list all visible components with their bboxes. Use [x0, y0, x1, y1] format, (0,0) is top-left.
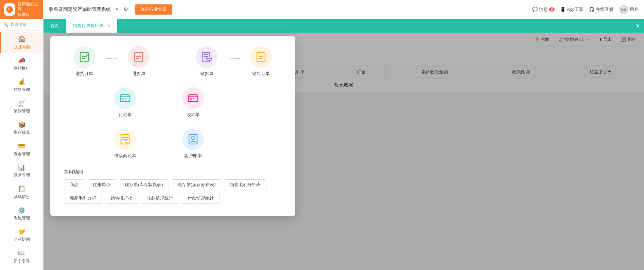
- user-btn[interactable]: Ea 用户: [619, 5, 639, 14]
- sidebar-item-inventory[interactable]: 📦 库存核算: [0, 118, 43, 139]
- logo-area: 6 畅康通好生意 标准版: [0, 0, 43, 19]
- operation-icon: 📊: [18, 164, 25, 171]
- arrow-down-2: ↓: [192, 80, 195, 87]
- message-btn[interactable]: 💬 消息 6: [532, 6, 555, 13]
- sidebar-item-quick[interactable]: 🏠 快捷导航: [0, 32, 43, 53]
- common-title: 常用功能: [64, 169, 281, 175]
- purchase-bill-label: 进货单: [132, 71, 145, 77]
- system-title: 装备及固定资产辅助管理系统: [49, 6, 111, 13]
- customer-account-circle: [182, 128, 204, 150]
- flow-item-receipt[interactable]: ¥ 收款单: [173, 87, 213, 118]
- tab-sales-exec[interactable]: 销售订单执行表 ✕: [66, 19, 117, 33]
- common-btn[interactable]: 商品毛利分析: [64, 193, 102, 204]
- service-icon: 🎧: [589, 7, 594, 12]
- sidebar-item-system[interactable]: ⚙️ 系统管理: [0, 203, 43, 224]
- enterprise-icon: 🤝: [18, 228, 25, 235]
- flow-item-supplier-account[interactable]: 供应商账本: [105, 128, 145, 159]
- common-btn[interactable]: 付款情况统计: [182, 193, 220, 204]
- svg-rect-26: [190, 98, 192, 100]
- message-badge: 6: [549, 7, 555, 12]
- flow-row-3: 供应商账本 客户账本: [64, 128, 281, 159]
- payment-circle: ¥: [114, 87, 136, 109]
- svg-point-34: [191, 136, 195, 140]
- system-icon: ⚙️: [18, 206, 25, 214]
- finance-icon: 💳: [18, 142, 25, 150]
- svg-text:¥: ¥: [125, 97, 127, 101]
- sidebar-search[interactable]: 🔍 搜索菜单: [0, 19, 43, 31]
- arrow-down-3: ↓: [124, 121, 127, 128]
- receipt-label: 收款单: [187, 112, 200, 118]
- flow-item-sale-bill[interactable]: 销货单: [186, 46, 227, 77]
- inventory-icon: 📦: [18, 121, 25, 128]
- settings-icon[interactable]: ⚙: [123, 6, 128, 13]
- purchase-order-circle: [73, 46, 95, 68]
- tabbar-close-icon[interactable]: ✕: [636, 23, 640, 29]
- purchase-order-label: 进货订单: [75, 71, 93, 77]
- quick-nav-popup: 进货订单 - - - - → 进货单: [50, 36, 295, 216]
- sidebar-item-enterprise[interactable]: 🤝 企业协同: [0, 224, 43, 246]
- payment-label: 付款单: [119, 112, 132, 118]
- logo-text: 畅康通好生意 标准版: [18, 2, 39, 18]
- flow-row-1: 进货订单 - - - - → 进货单: [64, 46, 281, 77]
- top-header: 装备及固定资产辅助管理系统 ▼ ⚙ 体验行业方案 💬 消息 6 📱 App下载 …: [43, 0, 644, 19]
- svg-text:¥: ¥: [193, 97, 195, 101]
- sidebar-nav: 🏠 快捷导航 📣 营销推广 💰 销售管理 🛒 采购管理 📦 库存核算 💳 资金管…: [0, 31, 43, 270]
- flow-item-purchase-order[interactable]: 进货订单: [64, 46, 105, 77]
- header-right: 💬 消息 6 📱 App下载 🎧 在线客服 Ea 用户: [532, 5, 639, 14]
- purchase-icon: 🛒: [18, 100, 25, 107]
- sidebar: 6 畅康通好生意 标准版 🔍 搜索菜单 🏠 快捷导航 📣 营销推广 💰 销售管理…: [0, 0, 43, 270]
- experience-btn[interactable]: 体验行业方案: [135, 4, 172, 15]
- avatar: Ea: [619, 5, 628, 14]
- flow-section: 进货订单 - - - - → 进货单: [50, 36, 295, 169]
- tab-close-icon[interactable]: ✕: [107, 23, 110, 28]
- sale-order-label: 销售订单: [252, 71, 270, 77]
- message-icon: 💬: [532, 7, 538, 12]
- common-functions-section: 常用功能 商品往来单位现存量(库存状况表)现存量(库存分布表)销售毛利分析表商品…: [50, 169, 295, 214]
- common-btn[interactable]: 现存量(库存分布表): [172, 179, 222, 190]
- popup-overlay: 进货订单 - - - - → 进货单: [43, 33, 644, 270]
- sidebar-item-basic[interactable]: 📋 基础信息: [0, 182, 43, 203]
- basic-icon: 📋: [18, 185, 25, 193]
- app-icon: 📱: [560, 7, 565, 12]
- common-btn[interactable]: 商品: [64, 179, 84, 190]
- guide-icon: 📖: [18, 249, 25, 257]
- sidebar-item-guide[interactable]: 📖 新手引导: [0, 246, 43, 267]
- dropdown-arrow[interactable]: ▼: [115, 7, 119, 12]
- sale-order-circle: [250, 46, 272, 68]
- popup-scrollbar: ◀ ▶: [50, 214, 295, 216]
- flow-row-2: ¥ 付款单 ¥ 收款单: [64, 87, 281, 118]
- svg-rect-22: [122, 98, 124, 100]
- arrow-h-1: - - - - →: [105, 54, 118, 69]
- flow-item-payment[interactable]: ¥ 付款单: [105, 87, 145, 118]
- flow-item-purchase-bill[interactable]: 进货单: [118, 46, 159, 77]
- supplier-account-label: 供应商账本: [114, 153, 136, 159]
- common-btn[interactable]: 往来单位: [87, 179, 116, 190]
- common-btn[interactable]: 销售排行榜: [105, 193, 138, 204]
- arrow-down-1: ↓: [124, 80, 127, 87]
- sidebar-item-operation[interactable]: 📊 经营管理: [0, 160, 43, 182]
- flow-item-customer-account[interactable]: 客户账本: [173, 128, 213, 159]
- tab-home[interactable]: 首页: [43, 19, 66, 33]
- common-btn[interactable]: 现存量(库存状况表): [119, 179, 169, 190]
- flow-item-sale-order[interactable]: 销售订单: [241, 46, 281, 77]
- customer-account-label: 客户账本: [184, 153, 202, 159]
- common-btn[interactable]: 收款情况统计: [141, 193, 179, 204]
- sale-bill-label: 销货单: [200, 71, 213, 77]
- search-icon: 🔍: [3, 22, 8, 27]
- common-buttons-row-1: 商品往来单位现存量(库存状况表)现存量(库存分布表)销售毛利分析表商品毛利分析销…: [64, 179, 281, 204]
- sidebar-item-sales[interactable]: 💰 销售管理: [0, 75, 43, 96]
- marketing-icon: 📣: [18, 57, 25, 64]
- service-btn[interactable]: 🎧 在线客服: [589, 6, 613, 13]
- purchase-bill-circle: [128, 46, 150, 68]
- home-icon: 🏠: [18, 35, 26, 43]
- sidebar-item-purchase[interactable]: 🛒 采购管理: [0, 96, 43, 118]
- common-btn[interactable]: 销售毛利分析表: [224, 179, 266, 190]
- arrow-h-2: ← - - - -: [227, 54, 241, 69]
- svg-text:6: 6: [7, 7, 10, 12]
- arrow-down-4: ↓: [192, 121, 195, 128]
- sidebar-item-marketing[interactable]: 📣 营销推广: [0, 53, 43, 75]
- svg-rect-32: [126, 140, 129, 143]
- tab-bar: 首页 销售订单执行表 ✕ ✕: [43, 19, 644, 33]
- sidebar-item-finance[interactable]: 💳 资金管理: [0, 139, 43, 160]
- app-download-btn[interactable]: 📱 App下载: [560, 6, 584, 13]
